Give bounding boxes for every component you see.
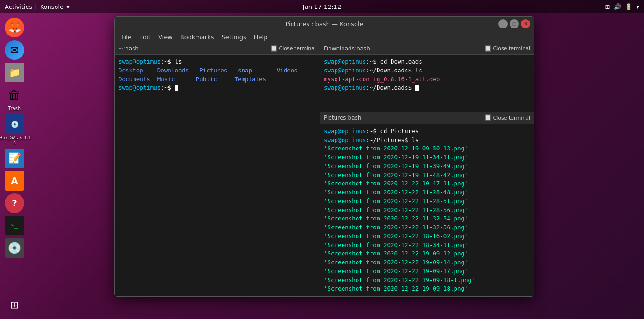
minimize-button[interactable]: ─ (498, 19, 508, 28)
terminal-line: mysql-apt-config_0.8.16-1_all.deb (324, 75, 530, 84)
topbar-left: Activities | Konsole ▾ (5, 3, 70, 10)
terminal-line: swap@optimus:~/Downloads$ (324, 84, 530, 92)
pane-left-title: ~:bash (119, 45, 139, 52)
terminal-line: swap@optimus:~$ cd Pictures (324, 127, 530, 136)
menu-help[interactable]: Help (251, 33, 271, 42)
dock-files-icon: 📁 (5, 63, 24, 82)
pane-right-bottom-content[interactable]: swap@optimus:~$ cd Pictures swap@optimus… (320, 124, 534, 296)
pane-left: ~:bash ⬜ Close terminal swap@optimus:~$ … (115, 43, 320, 296)
pane-right: Downloads:bash ⬜ Close terminal swap@opt… (320, 43, 534, 296)
pane-left-close[interactable]: ⬜ Close terminal (271, 45, 316, 52)
dock-item-trash[interactable]: 🗑 Trash (0, 85, 28, 112)
dock-vbox-icon: 💿 (5, 114, 24, 134)
terminal-line: swap@optimus:~$ cd Downloads (324, 57, 530, 66)
terminal-line: 'Screenshot from 2020-12-22 10-47-11.png… (324, 179, 530, 188)
dock-trash-label: Trash (8, 106, 21, 112)
terminal-line: 'Screenshot from 2020-12-19 09-50-13.png… (324, 144, 530, 153)
terminal-line: 'Screenshot from 2020-12-22 11-32-54.png… (324, 214, 530, 223)
topbar-separator: | (35, 3, 37, 10)
dock: 🦊 ✉ 📁 🗑 Trash 💿 VBox_GAs_6.1.1-6 📝 A ? $… (0, 13, 29, 319)
panes-container: ~:bash ⬜ Close terminal swap@optimus:~$ … (115, 43, 534, 296)
dock-item-appinstall[interactable]: A (0, 171, 28, 191)
pane-right-top: Downloads:bash ⬜ Close terminal swap@opt… (320, 43, 534, 112)
dock-item-home[interactable]: 🦊 (0, 18, 28, 37)
maximize-button[interactable]: □ (510, 19, 519, 28)
terminal-line: 'Screenshot from 2020-12-22 19-09-12.png… (324, 249, 530, 258)
topbar: Activities | Konsole ▾ Jan 17 12:12 ⊞ 🔊 … (0, 0, 644, 13)
konsole-menubar: File Edit View Bookmarks Settings Help (115, 31, 534, 43)
pane-left-tab: ~:bash ⬜ Close terminal (115, 43, 320, 55)
terminal-line: 'Screenshot from 2020-12-22 18-16-02.png… (324, 232, 530, 241)
dock-item-help[interactable]: ? (0, 193, 28, 213)
dock-help-icon: ? (5, 193, 24, 213)
terminal-line: 'Screenshot from 2020-12-22 11-32-56.png… (324, 223, 530, 232)
dock-item-files[interactable]: 📁 (0, 63, 28, 82)
topbar-right: ⊞ 🔊 🔋 ▾ (605, 3, 639, 10)
dock-firefox-icon: 🦊 (5, 18, 24, 37)
dock-grid-icon: ⊞ (5, 295, 24, 314)
dock-disk-icon: 💿 (5, 238, 24, 258)
pane-right-top-title: Downloads:bash (324, 45, 370, 52)
terminal-line: 'Screenshot from 2020-12-22 11-28-56.png… (324, 206, 530, 215)
terminal-line: 'Screenshot from 2020-12-22 19-09-14.png… (324, 258, 530, 267)
pane-right-top-tab: Downloads:bash ⬜ Close terminal (320, 43, 534, 55)
close-terminal-icon-rt: ⬜ (485, 45, 491, 52)
system-menu-arrow[interactable]: ▾ (636, 3, 639, 10)
dock-item-thunderbird[interactable]: ✉ (0, 40, 28, 60)
terminal-line: swap@optimus:~/Downloads$ ls (324, 66, 530, 75)
pane-right-bottom: Pictures:bash ⬜ Close terminal swap@opti… (320, 112, 534, 296)
menu-view[interactable]: View (155, 33, 175, 42)
konsole-label[interactable]: Konsole (40, 3, 63, 10)
close-button[interactable]: ✕ (521, 19, 530, 28)
pane-right-bottom-close[interactable]: ⬜ Close terminal (485, 114, 530, 121)
dock-item-grid[interactable]: ⊞ (0, 295, 28, 314)
close-terminal-icon: ⬜ (271, 45, 277, 52)
pane-right-bottom-title: Pictures:bash (324, 114, 361, 121)
terminal-line: 'Screenshot from 2020-12-22 18-34-11.png… (324, 241, 530, 250)
terminal-line: swap@optimus:~$ (119, 84, 316, 92)
terminal-line: 'Screenshot from 2020-12-19 11-34-11.png… (324, 153, 530, 162)
dock-item-vbox[interactable]: 💿 VBox_GAs_6.1.1-6 (0, 114, 28, 146)
konsole-titlebar: Pictures : bash — Konsole ─ □ ✕ (115, 17, 534, 31)
terminal-line: swap@optimus:~$ ls (119, 57, 316, 66)
dock-trash-icon: 🗑 (5, 85, 24, 105)
dock-terminal-icon: $_ (5, 216, 24, 235)
terminal-line: 'Screenshot from 2020-12-22 11-28-48.png… (324, 188, 530, 197)
konsole-window: Pictures : bash — Konsole ─ □ ✕ File Edi… (114, 16, 534, 297)
dock-writer-icon: 📝 (5, 149, 24, 168)
close-terminal-icon-rb: ⬜ (485, 114, 491, 121)
dock-item-writer[interactable]: 📝 (0, 149, 28, 168)
menu-settings[interactable]: Settings (218, 33, 249, 42)
terminal-line: swap@optimus:~/Pictures$ ls (324, 136, 530, 145)
terminal-line: 'Screenshot from 2020-12-22 19-09-17.png… (324, 267, 530, 276)
pane-right-bottom-tab: Pictures:bash ⬜ Close terminal (320, 112, 534, 124)
dock-item-terminal[interactable]: $_ (0, 216, 28, 235)
menu-bookmarks[interactable]: Bookmarks (177, 33, 217, 42)
pane-left-content[interactable]: swap@optimus:~$ ls Desktop Downloads Pic… (115, 55, 320, 296)
network-icon: ⊞ (605, 3, 610, 10)
konsole-title: Pictures : bash — Konsole (285, 21, 363, 28)
terminal-line: Desktop Downloads Pictures snap Videos (119, 66, 316, 75)
terminal-line: 'Screenshot from 2020-12-19 11-39-49.png… (324, 162, 530, 171)
menu-file[interactable]: File (119, 33, 134, 42)
terminal-line: 'Screenshot from 2020-12-22 19-09-18.png… (324, 284, 530, 293)
dock-item-disk[interactable]: 💿 (0, 238, 28, 258)
dock-vbox-label: VBox_GAs_6.1.1-6 (0, 135, 32, 146)
topbar-datetime: Jan 17 12:12 (303, 3, 341, 10)
terminal-line: 'Screenshot from 2020-12-22 11-28-51.png… (324, 197, 530, 206)
dock-thunderbird-icon: ✉ (5, 40, 24, 60)
pane-right-top-close[interactable]: ⬜ Close terminal (485, 45, 530, 52)
menu-edit[interactable]: Edit (136, 33, 154, 42)
dock-appinstall-icon: A (5, 171, 24, 191)
terminal-line: 'Screenshot from 2020-12-22 19-09-18-1.p… (324, 276, 530, 285)
activities-label[interactable]: Activities (5, 3, 32, 10)
terminal-line: Documents Music Public Templates (119, 75, 316, 84)
dropdown-chevron[interactable]: ▾ (66, 3, 70, 10)
sound-icon[interactable]: 🔊 (614, 3, 621, 10)
window-controls: ─ □ ✕ (498, 19, 530, 28)
battery-icon: 🔋 (625, 3, 632, 10)
terminal-line: 'Screenshot from 2020-12-19 11-48-42.png… (324, 171, 530, 180)
pane-right-top-content[interactable]: swap@optimus:~$ cd Downloads swap@optimu… (320, 55, 534, 112)
